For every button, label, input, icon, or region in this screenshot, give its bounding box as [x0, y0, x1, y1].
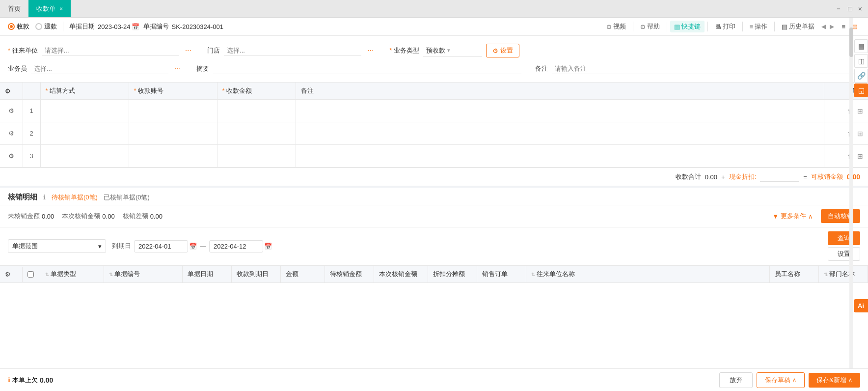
save-new-arrow-icon: ∧: [848, 377, 852, 383]
auto-verify-button[interactable]: 自动核销: [821, 209, 860, 223]
row2-amount[interactable]: [217, 122, 296, 145]
list-view-button[interactable]: ≡: [839, 22, 848, 32]
tab-bar: 首页 收款单 × － □ ×: [0, 0, 868, 18]
row1-account[interactable]: [129, 100, 217, 122]
row1-notes[interactable]: [296, 100, 824, 122]
sub-bill-date-header: 单据日期: [183, 266, 232, 282]
save-draft-button[interactable]: 保存草稿 ∧: [757, 372, 805, 388]
bill-range-chevron-icon: ▾: [98, 243, 102, 250]
print-button[interactable]: 🖶 打印: [711, 21, 739, 32]
pending-tag[interactable]: 待核销单据(0笔): [52, 193, 98, 202]
query-button[interactable]: 查询: [828, 231, 860, 245]
row2-gear[interactable]: ⚙: [0, 122, 23, 145]
table-row: ⚙ 3 🗑 ⊞: [0, 145, 868, 168]
staff-input[interactable]: [31, 63, 168, 74]
tab-home[interactable]: 首页: [0, 0, 28, 17]
help-button[interactable]: ⊙ 帮助: [636, 21, 664, 32]
done-tag[interactable]: 已核销单据(0笔): [104, 193, 150, 202]
memo-input[interactable]: [213, 63, 521, 74]
sep2: [633, 22, 633, 31]
row3-copy-icon[interactable]: ⊞: [857, 152, 863, 160]
shortcut-button[interactable]: ▤ 快捷键: [670, 21, 705, 32]
row2-settlement[interactable]: [40, 122, 129, 145]
separator-1: [63, 22, 63, 31]
scrollbar-area[interactable]: [849, 18, 853, 368]
operation-button[interactable]: ≡ 操作: [746, 21, 772, 32]
staff-more-icon[interactable]: ···: [172, 64, 183, 73]
sub-settings-button[interactable]: 设置: [828, 247, 860, 261]
date-from-calendar-icon[interactable]: 📅: [189, 243, 197, 250]
save-new-button[interactable]: 保存&新增 ∧: [809, 373, 860, 388]
right-panel-attach-button[interactable]: 🔗: [854, 69, 868, 83]
bill-range-select[interactable]: 单据范围 ▾: [8, 239, 106, 253]
counterpart-more-icon[interactable]: ···: [183, 46, 193, 55]
bottom-info-icon[interactable]: ℹ: [8, 376, 10, 384]
settings-button[interactable]: ⚙ 设置: [486, 44, 519, 57]
row1-settlement[interactable]: [40, 100, 129, 122]
row1-amount[interactable]: [217, 100, 296, 122]
select-all-checkbox[interactable]: [27, 271, 34, 278]
row1-copy-icon[interactable]: ⊞: [857, 107, 863, 115]
row2-num: 2: [23, 122, 40, 145]
store-input[interactable]: [224, 45, 361, 56]
row2-notes[interactable]: [296, 122, 824, 145]
operation-label: 操作: [755, 22, 767, 31]
row2-account[interactable]: [129, 122, 217, 145]
date-from-input[interactable]: [134, 240, 188, 252]
discard-button[interactable]: 放弃: [719, 372, 753, 388]
more-conditions-button[interactable]: ▼ 更多条件 ∧: [772, 212, 813, 221]
row3-gear[interactable]: ⚙: [0, 145, 23, 168]
window-maximize-button[interactable]: □: [848, 5, 852, 13]
store-more-icon[interactable]: ···: [365, 46, 376, 55]
unchecked-amount-value: 0.00: [42, 213, 54, 220]
available-value: 0.00: [847, 173, 860, 181]
print-label: 打印: [723, 22, 735, 31]
discount-input[interactable]: [760, 172, 799, 182]
window-close-button[interactable]: ×: [858, 5, 862, 13]
row3-account[interactable]: [129, 145, 217, 168]
sub-checkbox-header[interactable]: [23, 267, 40, 281]
main-table-container[interactable]: ⚙ 结算方式 收款账号 收款金额 备注: [0, 83, 868, 168]
tab-receipt[interactable]: 收款单 ×: [28, 0, 71, 17]
row3-amount[interactable]: [217, 145, 296, 168]
video-button[interactable]: ⊙ 视频: [602, 21, 630, 32]
bill-no-info: 单据编号 SK-20230324-001: [143, 22, 224, 31]
print-icon: 🖶: [715, 23, 721, 30]
prev-arrow[interactable]: ◀: [819, 22, 828, 31]
refund-radio[interactable]: 退款: [35, 22, 57, 31]
history-icon: ▤: [782, 23, 787, 30]
row2-copy-icon[interactable]: ⊞: [857, 130, 863, 138]
scrollbar-thumb[interactable]: [849, 28, 853, 57]
date-to-input[interactable]: [209, 240, 263, 252]
row1-gear[interactable]: ⚙: [0, 100, 23, 122]
equal-sign: =: [803, 173, 807, 181]
row3-settlement[interactable]: [40, 145, 129, 168]
notes-input[interactable]: [552, 63, 860, 74]
receipt-radio[interactable]: 收款: [8, 22, 29, 31]
verify-info-icon[interactable]: ℹ: [43, 194, 46, 201]
gear-header[interactable]: ⚙: [0, 83, 23, 100]
video-label: 视频: [613, 22, 626, 31]
right-panel-doc-button[interactable]: ◫: [854, 54, 868, 68]
top-toolbar: 收款 退款 单据日期 2023-03-24 📅 单据编号 SK-20230324…: [0, 18, 868, 36]
biz-type-select[interactable]: 预收款 ▾: [423, 45, 482, 57]
next-arrow[interactable]: ▶: [828, 22, 836, 31]
ai-badge-button[interactable]: Ai: [854, 299, 868, 312]
sub-dept-header: ⇅ 部门名称: [819, 266, 868, 282]
date-to-calendar-icon[interactable]: 📅: [264, 243, 272, 250]
sub-gear-header[interactable]: ⚙: [0, 267, 23, 282]
staff-label: 业务员: [8, 64, 27, 73]
row3-notes[interactable]: [296, 145, 824, 168]
form-row-1: 往来单位 ··· 门店 ··· 业务类型 预收款 ▾ ⚙ 设置: [8, 41, 860, 60]
calendar-icon[interactable]: 📅: [132, 23, 139, 30]
sub-gear-icon: ⚙: [5, 271, 11, 278]
window-minimize-button[interactable]: －: [835, 4, 842, 13]
right-panel-screen-button[interactable]: ◱: [854, 84, 868, 97]
history-button[interactable]: ▤ 历史单据: [778, 21, 818, 32]
right-panel-table-button[interactable]: ▤: [854, 39, 868, 53]
counterpart-input[interactable]: [42, 45, 179, 56]
biz-type-label: 业务类型: [389, 46, 419, 55]
unchecked-amount-stat: 未核销金额 0.00: [8, 212, 54, 221]
tab-close-icon[interactable]: ×: [59, 5, 63, 12]
date-range-dash: —: [200, 243, 206, 250]
